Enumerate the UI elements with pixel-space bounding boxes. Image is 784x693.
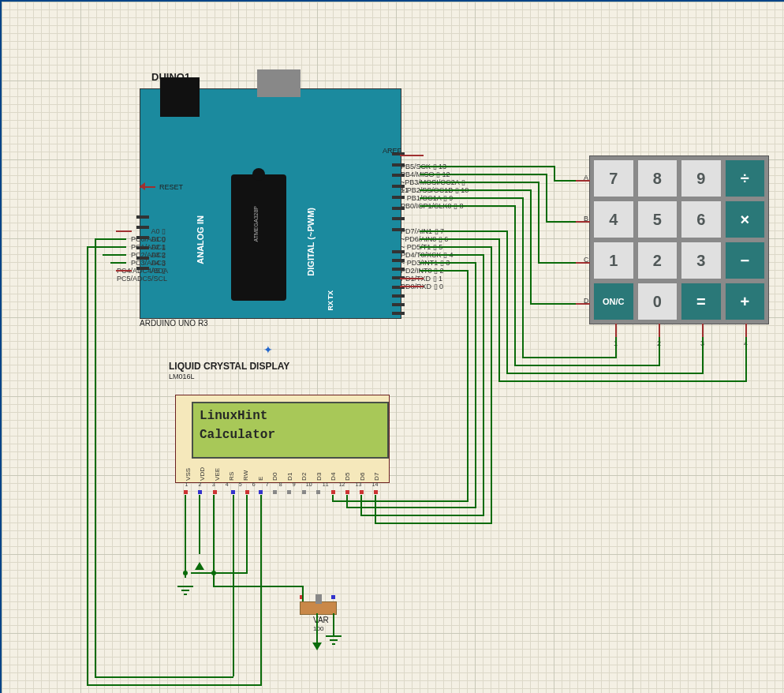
wire-a3-lcd bbox=[103, 254, 126, 256]
pin-a5-label: A5 ▯ PC5/ADC5/SCL bbox=[117, 267, 166, 283]
keypad-row-c-label: C bbox=[584, 256, 589, 264]
reset-arrow-icon bbox=[140, 182, 145, 190]
key-9[interactable]: 9 bbox=[681, 159, 722, 197]
reset-label: RESET bbox=[159, 183, 183, 191]
power-jack-icon bbox=[160, 77, 200, 117]
key-equals[interactable]: = bbox=[681, 283, 722, 320]
key-4[interactable]: 4 bbox=[593, 200, 634, 238]
tx-label: TX bbox=[327, 290, 334, 300]
digital-pwm-label: DIGITAL (~PWM) bbox=[306, 208, 315, 276]
ground-symbol-pot bbox=[326, 635, 342, 648]
keypad-component[interactable]: 7 8 9 ÷ 4 5 6 × 1 2 3 − ON/C 0 = + A B C… bbox=[589, 155, 769, 324]
rx-label: RX bbox=[327, 301, 334, 311]
key-on-clear[interactable]: ON/C bbox=[593, 283, 634, 320]
key-6[interactable]: 6 bbox=[681, 200, 722, 238]
lcd-pin-numbers: 1234567891011121314 bbox=[180, 481, 383, 487]
schematic-canvas[interactable]: DUINO1 ATMEGA328P ANALOG IN DIGITAL (~PW… bbox=[0, 0, 784, 693]
arduino-name: ARDUINO UNO R3 bbox=[140, 319, 208, 328]
lcd-screen: LinuxHint Calculator bbox=[192, 402, 389, 459]
atmega-chip-icon: ATMEGA328P bbox=[231, 174, 286, 301]
keypad-row-b-label: B bbox=[584, 215, 588, 223]
aref-label: AREF bbox=[383, 147, 401, 155]
lcd-part: LM016L bbox=[169, 373, 195, 380]
key-0[interactable]: 0 bbox=[637, 283, 678, 320]
lcd-pin-labels: VSSVDDVEERSRWED0D1D2D3D4D5D6D7 bbox=[181, 467, 384, 481]
power-vdd-icon bbox=[195, 554, 204, 570]
wire-vss bbox=[185, 495, 186, 578]
potentiometer-component[interactable] bbox=[300, 601, 337, 615]
key-3[interactable]: 3 bbox=[681, 242, 722, 279]
usb-port-icon bbox=[257, 69, 301, 97]
wire-rw-gnd bbox=[246, 495, 248, 574]
key-plus[interactable]: + bbox=[725, 283, 766, 320]
keypad-row-a-label: A bbox=[584, 174, 588, 182]
pot-reference: VAR bbox=[313, 616, 329, 624]
key-8[interactable]: 8 bbox=[637, 159, 678, 197]
keypad-row-d-label: D bbox=[584, 297, 589, 305]
analog-in-label: ANALOG IN bbox=[196, 215, 205, 264]
key-divide[interactable]: ÷ bbox=[725, 159, 766, 197]
wire-a2-e bbox=[87, 246, 126, 248]
pot-value: 100 bbox=[313, 625, 323, 632]
wire-vdd bbox=[199, 495, 200, 554]
lcd-reference: LIQUID CRYSTAL DISPLAY bbox=[169, 361, 289, 372]
lcd-line2: Calculator bbox=[200, 425, 381, 444]
cursor-crosshair-icon: ✦ bbox=[263, 343, 273, 356]
key-5[interactable]: 5 bbox=[637, 200, 678, 238]
ground-symbol-lcd bbox=[177, 586, 193, 598]
key-2[interactable]: 2 bbox=[637, 242, 678, 279]
key-7[interactable]: 7 bbox=[593, 159, 634, 197]
key-minus[interactable]: − bbox=[725, 242, 766, 279]
key-multiply[interactable]: × bbox=[725, 200, 766, 238]
pot-wiper-arrow-icon bbox=[312, 642, 322, 650]
arduino-uno-component[interactable]: ATMEGA328P ANALOG IN DIGITAL (~PWM) TX R… bbox=[140, 88, 401, 319]
wire-a4-lcd bbox=[110, 262, 126, 264]
lcd-component[interactable]: LinuxHint Calculator VSSVDDVEERSRWED0D1D… bbox=[175, 395, 390, 483]
key-1[interactable]: 1 bbox=[593, 242, 634, 279]
wire-a1-rs bbox=[95, 238, 126, 240]
lcd-line1: LinuxHint bbox=[200, 406, 381, 425]
